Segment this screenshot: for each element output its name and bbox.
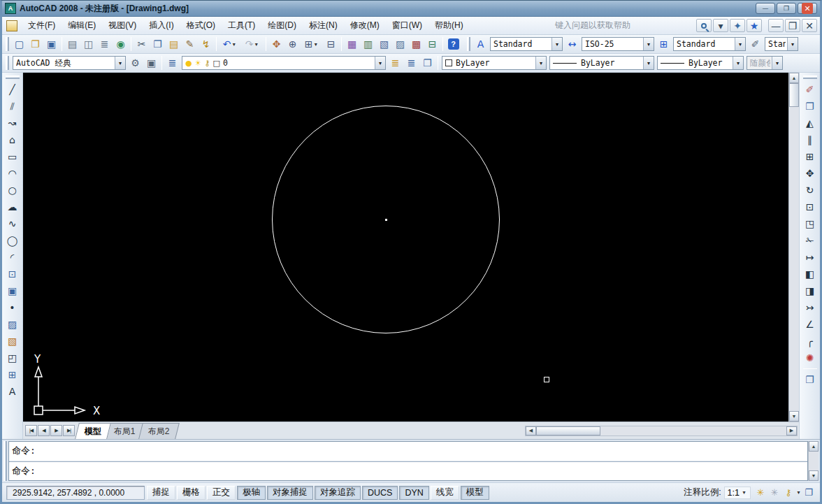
- toolbar-grip[interactable]: [803, 75, 817, 79]
- layer-states-manager-button[interactable]: ≣: [403, 55, 419, 71]
- layer-combo[interactable]: ●☀⚷□0▾: [182, 56, 386, 70]
- toolbar-grip[interactable]: [6, 37, 9, 51]
- layer-properties-manager-button[interactable]: ≣: [164, 55, 180, 71]
- scroll-right-icon[interactable]: ▶: [786, 426, 797, 435]
- redo-button[interactable]: ↷▾: [241, 36, 264, 52]
- chevron-down-icon[interactable]: ▾: [787, 38, 798, 50]
- close-drawing-button[interactable]: ✕: [802, 19, 817, 32]
- chevron-down-icon[interactable]: ▾: [551, 38, 562, 50]
- point-button[interactable]: •: [4, 299, 21, 316]
- chevron-down-icon[interactable]: ▾: [643, 38, 654, 50]
- layer-color-icon[interactable]: □: [213, 59, 220, 67]
- chevron-down-icon[interactable]: ▾: [375, 57, 385, 69]
- toggle-otrack[interactable]: 对象追踪: [315, 486, 361, 500]
- last-tab-button[interactable]: ▶|: [63, 425, 75, 436]
- search-dropdown-button[interactable]: ▾: [713, 19, 728, 32]
- join-button[interactable]: ↣: [802, 299, 819, 316]
- first-tab-button[interactable]: |◀: [25, 425, 37, 436]
- text-style-combo[interactable]: Standard▾: [490, 37, 563, 51]
- vertical-scroll-thumb[interactable]: [789, 83, 799, 107]
- dwf-publish-button[interactable]: ◉: [113, 36, 129, 52]
- command-prompt[interactable]: 命令:: [9, 462, 807, 480]
- mtext-button[interactable]: A: [4, 383, 21, 400]
- hatch-button[interactable]: ▨: [4, 316, 21, 333]
- restore-drawing-button[interactable]: ❐: [785, 19, 800, 32]
- publish-button[interactable]: ≣: [96, 36, 113, 52]
- horizontal-scrollbar[interactable]: ◀ ▶: [525, 426, 798, 436]
- menu-dimension[interactable]: 标注(N): [303, 17, 344, 34]
- scroll-up-icon[interactable]: ▲: [809, 441, 819, 452]
- scale-button[interactable]: ⊡: [802, 199, 819, 215]
- chevron-down-icon[interactable]: ▾: [253, 41, 259, 48]
- plot-style-combo[interactable]: 随颜色▾: [747, 56, 783, 70]
- stretch-button[interactable]: ◳: [802, 215, 819, 232]
- close-app-button[interactable]: ✕: [798, 3, 817, 14]
- spline-button[interactable]: ∿: [4, 215, 21, 232]
- make-block-button[interactable]: ▣: [4, 282, 21, 299]
- toggle-model-space[interactable]: 模型: [461, 486, 489, 500]
- layer-lock-icon[interactable]: ⚷: [204, 59, 210, 67]
- table-button[interactable]: ⊞: [4, 366, 21, 383]
- my-workspace-button[interactable]: ▣: [143, 55, 159, 71]
- dim-style-button[interactable]: ↔: [564, 36, 580, 52]
- text-style-button[interactable]: A: [473, 36, 489, 52]
- multileader-style-button[interactable]: ✐: [747, 36, 763, 52]
- toggle-osnap[interactable]: 对象捕捉: [267, 486, 313, 500]
- toggle-ducs[interactable]: DUCS: [362, 486, 398, 500]
- region-button[interactable]: ◰: [4, 350, 21, 366]
- paste-button[interactable]: ▤: [166, 36, 182, 52]
- command-window-grip[interactable]: [3, 441, 7, 481]
- chevron-down-icon[interactable]: ▾: [231, 41, 237, 48]
- toggle-dyn[interactable]: DYN: [399, 486, 428, 500]
- line-button[interactable]: ╱: [4, 81, 21, 98]
- toggle-grid[interactable]: 栅格: [177, 486, 206, 500]
- table-style-button[interactable]: ⊞: [656, 36, 672, 52]
- break-at-point-button[interactable]: ◧: [802, 266, 819, 282]
- explode-button[interactable]: ✺: [802, 350, 819, 366]
- scroll-left-icon[interactable]: ◀: [526, 426, 536, 435]
- toolbar-grip[interactable]: [467, 37, 470, 51]
- zoom-window-button[interactable]: ⊞▾: [301, 36, 323, 52]
- chevron-down-icon[interactable]: ▾: [795, 489, 802, 496]
- arc-button[interactable]: ◠: [4, 165, 21, 182]
- polygon-button[interactable]: ⌂: [4, 131, 21, 148]
- scroll-down-icon[interactable]: ▼: [809, 470, 819, 481]
- chevron-down-icon[interactable]: ▾: [115, 57, 125, 69]
- menu-draw[interactable]: 绘图(D): [261, 17, 303, 34]
- plot-preview-button[interactable]: ◫: [80, 36, 96, 52]
- menu-modify[interactable]: 修改(M): [344, 17, 386, 34]
- menu-tools[interactable]: 工具(T): [222, 17, 261, 34]
- horizontal-scroll-thumb[interactable]: [536, 426, 600, 435]
- layer-on-icon[interactable]: ●: [185, 59, 192, 67]
- zoom-previous-button[interactable]: ⊟: [323, 36, 339, 52]
- search-button[interactable]: [696, 19, 712, 32]
- layer-previous-button[interactable]: ❐: [419, 55, 435, 71]
- scroll-down-icon[interactable]: ▼: [789, 411, 799, 422]
- insert-block-button[interactable]: ⊡: [4, 266, 21, 282]
- toolbar-grip[interactable]: [6, 56, 9, 70]
- polyline-button[interactable]: ↝: [4, 115, 21, 131]
- workspace-settings-button[interactable]: ⚙: [127, 55, 143, 71]
- menu-insert[interactable]: 插入(I): [143, 17, 180, 34]
- new-button[interactable]: ▢: [11, 36, 27, 52]
- array-button[interactable]: ⊞: [802, 148, 819, 165]
- mirror-button[interactable]: ◭: [802, 115, 819, 131]
- plot-button[interactable]: ▤: [64, 36, 80, 52]
- chevron-down-icon[interactable]: ▾: [643, 57, 654, 69]
- command-scrollbar[interactable]: ▲ ▼: [808, 441, 819, 481]
- multileader-style-combo[interactable]: Standard▾: [765, 37, 798, 51]
- toggle-ortho[interactable]: 正交: [207, 486, 236, 500]
- extend-button[interactable]: ↦: [802, 249, 819, 266]
- annotation-scale-selector[interactable]: 1:1 ▾: [724, 487, 751, 499]
- make-object-layer-current-button[interactable]: ≣: [387, 55, 403, 71]
- chevron-down-icon[interactable]: ▾: [735, 38, 745, 50]
- chevron-down-icon[interactable]: ▾: [772, 57, 782, 69]
- chevron-down-icon[interactable]: ▾: [733, 57, 743, 69]
- menu-format[interactable]: 格式(O): [180, 17, 222, 34]
- clean-screen-icon[interactable]: ❐: [802, 486, 816, 500]
- copy-button[interactable]: ❐: [150, 36, 166, 52]
- table-style-combo[interactable]: Standard▾: [673, 37, 746, 51]
- chamfer-button[interactable]: ∠: [802, 316, 819, 333]
- quickcalc-button[interactable]: ⊟: [424, 36, 440, 52]
- help-button[interactable]: ?: [445, 36, 461, 52]
